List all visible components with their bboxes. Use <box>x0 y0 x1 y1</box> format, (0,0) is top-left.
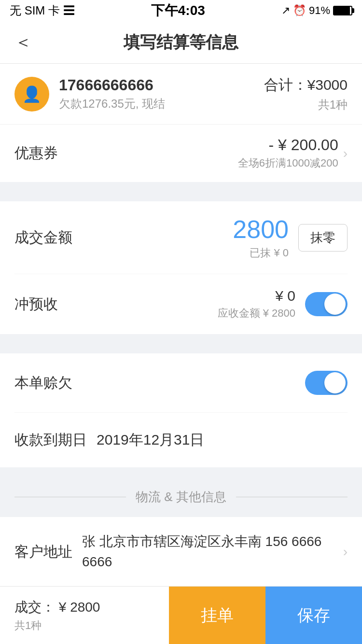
avatar: 👤 <box>14 77 49 112</box>
main-content: 👤 17666666666 欠款1276.35元, 现结 合计：¥3000 共1… <box>0 64 362 644</box>
date-value: 2019年12月31日 <box>97 430 204 450</box>
divider-line-right <box>236 497 348 497</box>
prepay-sub: 应收金额 ¥ 2800 <box>218 306 295 321</box>
avatar-icon: 👤 <box>22 85 42 103</box>
address-section: 客户地址 张 北京市市辖区海淀区永丰南 156 6666 6666 › <box>0 517 362 587</box>
debt-section: 本单赊欠 收款到期日 2019年12月31日 <box>0 353 362 467</box>
coupon-chevron: › <box>343 146 348 161</box>
prepay-toggle-knob <box>324 294 346 315</box>
bottom-buttons: 挂单 保存 <box>169 587 362 644</box>
coupon-right: - ¥ 200.00 全场6折满1000减200 › <box>238 136 348 170</box>
alarm-icon: ⏰ <box>293 4 306 17</box>
total-amount: 合计：¥3000 <box>264 75 348 95</box>
page-title: 填写结算等信息 <box>42 31 320 54</box>
customer-left: 👤 17666666666 欠款1276.35元, 现结 <box>14 76 165 112</box>
address-chevron: › <box>343 544 348 560</box>
coupon-label: 优惠券 <box>14 143 58 163</box>
coupon-desc: 全场6折满1000减200 <box>238 156 338 170</box>
status-bar: 无 SIM 卡 ☰ 下午4:03 ↗ ⏰ 91% <box>0 0 362 21</box>
save-button[interactable]: 保存 <box>265 587 362 644</box>
address-row[interactable]: 客户地址 张 北京市市辖区海淀区永丰南 156 6666 6666 › <box>14 517 348 587</box>
customer-row: 👤 17666666666 欠款1276.35元, 现结 合计：¥3000 共1… <box>0 64 362 124</box>
address-value: 张 北京市市辖区海淀区永丰南 156 6666 6666 <box>82 532 338 572</box>
prepay-toggle[interactable] <box>305 292 348 316</box>
status-time: 下午4:03 <box>151 1 205 20</box>
date-row: 收款到期日 2019年12月31日 <box>14 413 348 467</box>
bottom-summary: 成交： ¥ 2800 共1种 <box>0 598 169 633</box>
status-left: 无 SIM 卡 ☰ <box>10 3 75 18</box>
logistics-divider: 物流 & 其他信息 <box>0 477 362 517</box>
coupon-row[interactable]: 优惠券 - ¥ 200.00 全场6折满1000减200 › <box>0 124 362 182</box>
prepay-amount: ¥ 0 <box>218 288 295 304</box>
section-divider-1 <box>0 192 362 201</box>
location-icon: ↗ <box>281 4 290 17</box>
status-right: ↗ ⏰ 91% <box>281 4 352 17</box>
coupon-discount: - ¥ 200.00 <box>238 136 338 154</box>
hang-button[interactable]: 挂单 <box>169 587 265 644</box>
deal-amount-right: 2800 已抹 ¥ 0 抹零 <box>233 215 348 260</box>
deal-amount-row: 成交金额 2800 已抹 ¥ 0 抹零 <box>14 201 348 274</box>
bottom-summary-count: 共1种 <box>14 618 154 633</box>
nav-bar: ＜ 填写结算等信息 <box>0 21 362 64</box>
signal-text: 无 SIM 卡 ☰ <box>10 3 75 18</box>
back-button[interactable]: ＜ <box>14 30 32 54</box>
bottom-bar: 成交： ¥ 2800 共1种 挂单 保存 <box>0 586 362 644</box>
customer-card: 👤 17666666666 欠款1276.35元, 现结 合计：¥3000 共1… <box>0 64 362 182</box>
deal-amount-value: 2800 <box>233 215 289 244</box>
deal-amount-sub: 已抹 ¥ 0 <box>233 246 289 260</box>
customer-phone: 17666666666 <box>59 76 165 94</box>
customer-right: 合计：¥3000 共1种 <box>264 75 348 112</box>
battery-percent: 91% <box>309 4 330 17</box>
date-label: 收款到期日 <box>14 430 87 450</box>
bottom-summary-main: 成交： ¥ 2800 <box>14 598 154 616</box>
debt-toggle-knob <box>324 372 346 393</box>
summary-label: 成交： <box>14 600 55 615</box>
summary-amount: ¥ 2800 <box>59 600 100 615</box>
logistics-text: 物流 & 其他信息 <box>136 489 226 505</box>
total-count: 共1种 <box>264 97 348 112</box>
divider-line-left <box>14 497 126 497</box>
deal-amount-label: 成交金额 <box>14 228 72 248</box>
battery-icon <box>333 6 352 15</box>
customer-info: 17666666666 欠款1276.35元, 现结 <box>59 76 165 112</box>
prepay-row: 冲预收 ¥ 0 应收金额 ¥ 2800 <box>14 274 348 334</box>
debt-label: 本单赊欠 <box>14 373 72 393</box>
amount-section: 成交金额 2800 已抹 ¥ 0 抹零 冲预收 ¥ 0 应收金额 ¥ 2800 <box>0 201 362 334</box>
address-label: 客户地址 <box>14 542 72 562</box>
prepay-label: 冲预收 <box>14 294 58 314</box>
section-divider-2 <box>0 344 362 353</box>
debt-row: 本单赊欠 <box>14 353 348 413</box>
round-button[interactable]: 抹零 <box>298 224 348 252</box>
customer-sub: 欠款1276.35元, 现结 <box>59 96 165 112</box>
battery-fill <box>334 7 350 14</box>
debt-toggle[interactable] <box>305 371 348 395</box>
